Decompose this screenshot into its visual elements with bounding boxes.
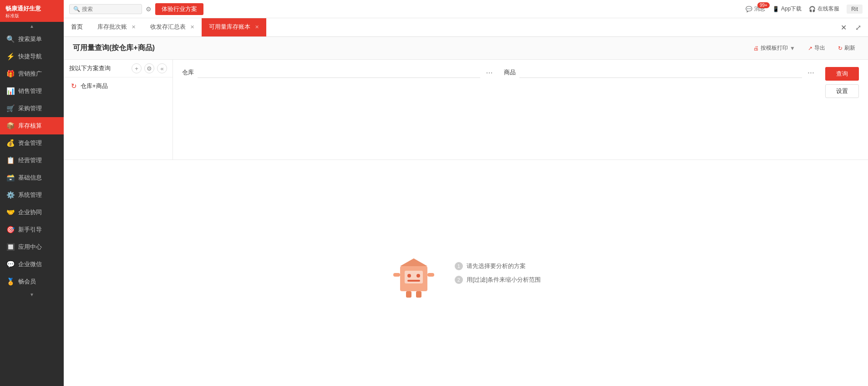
refresh-button[interactable]: ↻ 刷新 [834, 42, 859, 54]
system-icon: ⚙️ [6, 191, 15, 199]
filter-action-buttons: 查询 设置 [825, 60, 868, 160]
close-tab-recv-summary[interactable]: ✕ [190, 24, 194, 30]
product-more-btn[interactable]: ··· [806, 68, 816, 77]
print-icon: 🖨 [753, 45, 759, 51]
sidebar-item-label: 基础信息 [18, 174, 42, 182]
quick-nav-icon: ⚡ [6, 52, 15, 61]
refresh-label: 刷新 [844, 44, 855, 52]
sidebar-item-system[interactable]: ⚙️ 系统管理 [0, 186, 64, 204]
main-area: 🔍 ⚙ 体验行业方案 💬 消息 99+ 📱 App下载 🎧 在线客服 Rit [64, 0, 868, 386]
basic-icon: 🗃️ [6, 174, 15, 182]
sidebar-item-basic[interactable]: 🗃️ 基础信息 [0, 169, 64, 186]
sidebar-item-member[interactable]: 🏅 畅会员 [0, 273, 64, 290]
topbar: 🔍 ⚙ 体验行业方案 💬 消息 99+ 📱 App下载 🎧 在线客服 Rit [64, 0, 868, 18]
filter-area: 仓库 ··· 商品 ··· 查询 设置 [173, 60, 868, 160]
product-input[interactable] [519, 67, 802, 78]
warehouse-more-btn[interactable]: ··· [484, 68, 494, 77]
online-service-button[interactable]: 🎧 在线客服 [809, 5, 839, 13]
sidebar-item-search[interactable]: 🔍 搜索菜单 [0, 31, 64, 48]
tabbar-right-icons: ✕ ⤢ [837, 21, 868, 34]
sidebar-item-label: 应用中心 [18, 243, 42, 251]
sidebar-item-purchase[interactable]: 🛒 采购管理 [0, 100, 64, 117]
settings-button[interactable]: 设置 [825, 84, 859, 98]
chevron-down-icon: ▼ [790, 45, 795, 51]
sidebar-item-sales[interactable]: 📊 销售管理 [0, 82, 64, 100]
sidebar-item-label: 畅会员 [18, 278, 36, 286]
sidebar-item-newbie[interactable]: 🎯 新手引导 [0, 221, 64, 238]
phone-icon: 📱 [772, 6, 779, 12]
scheme-header: 按以下方案查询 + ⚙ « [64, 60, 173, 77]
scheme-settings-button[interactable]: ⚙ [144, 63, 154, 73]
settings-gear-icon[interactable]: ⚙ [146, 5, 152, 13]
message-icon: 💬 [746, 6, 752, 12]
app-label: App下载 [781, 5, 802, 13]
scheme-panel: 按以下方案查询 + ⚙ « ↻ 仓库+商品 [64, 60, 173, 160]
sidebar-item-wechat[interactable]: 💬 企业微信 [0, 256, 64, 273]
sidebar-item-operation[interactable]: 📋 经营管理 [0, 152, 64, 169]
user-area[interactable]: Rit [847, 5, 863, 14]
sidebar-logo: 畅康通好生意 标准版 [0, 0, 64, 22]
product-label: 商品 [504, 68, 516, 77]
sidebar-item-label: 快捷导航 [18, 52, 42, 61]
tab-home[interactable]: 首页 [64, 18, 90, 36]
empty-illustration [391, 250, 437, 296]
sidebar-item-label: 营销推广 [18, 70, 42, 78]
empty-state: 1 请先选择要分析的方案 2 用[过滤]条件来缩小分析范围 [64, 160, 868, 386]
scheme-item-warehouse-product[interactable]: ↻ 仓库+商品 [64, 77, 173, 95]
tab-batch-ledger[interactable]: 库存批次账 ✕ [90, 18, 143, 36]
scheme-item-label: 仓库+商品 [81, 82, 108, 90]
sidebar-item-quick-nav[interactable]: ⚡ 快捷导航 [0, 48, 64, 65]
expand-icon[interactable]: ⤢ [852, 21, 864, 34]
close-tab-icon[interactable]: ✕ [837, 21, 850, 34]
print-label: 按模板打印 [761, 44, 788, 52]
topbar-search-box[interactable]: 🔍 [69, 4, 142, 14]
sidebar-item-label: 采购管理 [18, 104, 42, 113]
filter-panel: 仓库 ··· 商品 ··· [173, 60, 825, 160]
sidebar-item-finance[interactable]: 💰 资金管理 [0, 134, 64, 152]
sidebar-item-enterprise[interactable]: 🤝 企业协同 [0, 204, 64, 221]
scheme-add-button[interactable]: + [132, 63, 142, 73]
svg-point-4 [416, 274, 420, 278]
tab-label: 收发存汇总表 [150, 23, 186, 31]
message-button[interactable]: 💬 消息 99+ [746, 5, 765, 13]
sidebar-scroll-down[interactable]: ▼ [0, 290, 64, 299]
warehouse-input[interactable] [198, 67, 480, 78]
tab-available-ledger[interactable]: 可用量库存账本 ✕ [202, 18, 266, 36]
sidebar-item-marketing[interactable]: 🎁 营销推广 [0, 65, 64, 82]
user-name: Rit [851, 6, 858, 12]
search-icon: 🔍 [73, 6, 80, 12]
tip-num-2: 2 [455, 276, 463, 284]
sidebar-item-label: 经营管理 [18, 156, 42, 165]
scheme-collapse-button[interactable]: « [157, 63, 167, 73]
app-download-button[interactable]: 📱 App下载 [772, 5, 802, 13]
export-icon: ↗ [808, 45, 812, 51]
sidebar-scroll-up[interactable]: ▲ [0, 22, 64, 31]
close-tab-available-ledger[interactable]: ✕ [255, 24, 259, 30]
svg-rect-9 [427, 273, 434, 277]
query-button[interactable]: 查询 [825, 67, 859, 81]
empty-tip-1: 1 请先选择要分析的方案 [455, 262, 541, 270]
page-content: 可用量查询(按仓库+商品) 🖨 按模板打印 ▼ ↗ 导出 ↻ 刷新 [64, 37, 868, 386]
sidebar-item-label: 企业协同 [18, 208, 42, 216]
trial-industry-button[interactable]: 体验行业方案 [155, 3, 203, 15]
tab-label: 库存批次账 [97, 23, 127, 31]
tab-label: 可用量库存账本 [209, 23, 250, 31]
print-button[interactable]: 🖨 按模板打印 ▼ [750, 42, 799, 54]
tab-recv-summary[interactable]: 收发存汇总表 ✕ [143, 18, 202, 36]
empty-tip-2: 2 用[过滤]条件来缩小分析范围 [455, 276, 541, 284]
svg-point-3 [407, 274, 411, 278]
member-icon: 🏅 [6, 278, 15, 286]
search-input[interactable] [82, 6, 132, 12]
sidebar-item-label: 系统管理 [18, 191, 42, 199]
close-tab-batch-ledger[interactable]: ✕ [132, 24, 136, 30]
empty-tips: 1 请先选择要分析的方案 2 用[过滤]条件来缩小分析范围 [455, 262, 541, 284]
tip-text-2: 用[过滤]条件来缩小分析范围 [467, 276, 541, 284]
sidebar-item-label: 销售管理 [18, 87, 42, 95]
sidebar: 畅康通好生意 标准版 ▲ 🔍 搜索菜单 ⚡ 快捷导航 🎁 营销推广 📊 销售管理… [0, 0, 64, 386]
page-header-actions: 🖨 按模板打印 ▼ ↗ 导出 ↻ 刷新 [750, 42, 859, 54]
tab-label: 首页 [71, 23, 83, 31]
svg-rect-8 [393, 273, 400, 277]
sidebar-item-app-center[interactable]: 🔲 应用中心 [0, 238, 64, 256]
sidebar-item-inventory[interactable]: 📦 库存核算 [0, 117, 64, 134]
export-button[interactable]: ↗ 导出 [804, 42, 829, 54]
